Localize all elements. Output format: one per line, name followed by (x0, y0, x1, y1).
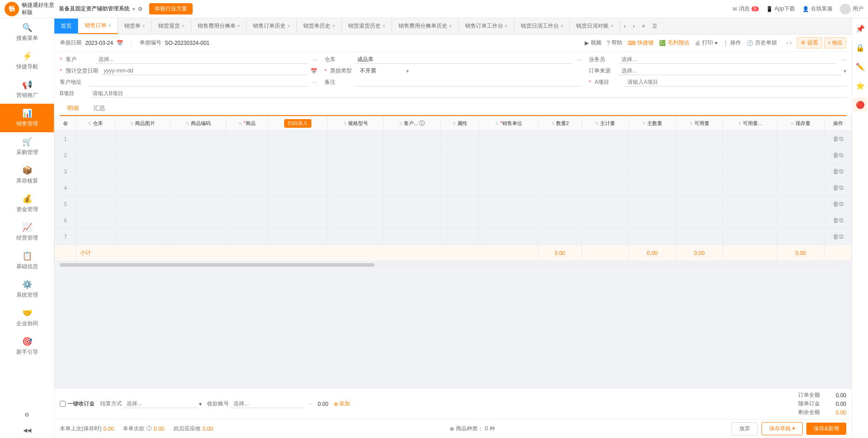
a-project-input[interactable] (625, 78, 846, 87)
tab-close-expense-split[interactable]: × (238, 24, 240, 29)
tab-close-sales-return[interactable]: × (182, 24, 184, 29)
tab-sales-return-history[interactable]: 销货退货历史 × (342, 19, 392, 34)
tab-close-sales-order[interactable]: × (108, 23, 111, 28)
receipt-more-btn[interactable]: ··· (308, 401, 312, 407)
calendar-icon[interactable]: 📅 (116, 40, 123, 46)
sidebar-item-finance[interactable]: 💰 资金管理 (0, 189, 54, 218)
salesperson-input[interactable] (619, 55, 837, 64)
message-icon-item[interactable]: ✉ 消息 9 (732, 5, 759, 13)
row-copy-btn[interactable]: ⧉ (839, 168, 844, 175)
th-main-unit[interactable]: ⇅ 主计量 (582, 116, 629, 131)
tab-close-return-history[interactable]: × (383, 24, 385, 29)
sidebar-item-inventory[interactable]: 📦 库存核算 (0, 161, 54, 189)
profit-btn[interactable]: 💹 毛利预估 (659, 39, 689, 47)
save-draft-button[interactable]: 保存草稿 ▾ (761, 422, 803, 435)
tab-close-order-workbench[interactable]: × (505, 24, 508, 29)
row-copy-btn[interactable]: ⧉ (839, 233, 844, 241)
sidebar-collapse-btn[interactable]: ◀◀ (0, 423, 54, 438)
row-copy-btn[interactable]: ⧉ (839, 135, 844, 143)
customer-address-input[interactable] (90, 78, 308, 87)
right-panel-lock-icon[interactable]: 🔒 (853, 41, 867, 54)
row-delete-btn[interactable]: 🗑 (833, 151, 839, 159)
address-more-btn[interactable]: ··· (313, 79, 317, 86)
tab-sales-expense-split[interactable]: 销售费用分摊单 × (191, 19, 247, 34)
nav-prev-btn[interactable]: ‹ (786, 40, 788, 46)
tab-close-order-history[interactable]: × (287, 24, 290, 29)
add-material-btn[interactable]: + 物流 (824, 37, 846, 48)
th-warehouse[interactable]: ⇅ 仓库 (76, 116, 115, 131)
scan-btn[interactable]: 扫码录入 (284, 119, 311, 128)
add-receipt-btn[interactable]: ⊕ 添加 (334, 400, 350, 408)
th-scan[interactable]: 扫码录入 (268, 116, 328, 131)
delivery-calendar-icon[interactable]: 📅 (310, 68, 317, 74)
tab-order-workbench[interactable]: 销售订单工作台 × (459, 19, 514, 34)
tab-cash-balance[interactable]: 钱货日清对账 × (570, 19, 620, 34)
operations-btn[interactable]: ⋮ 操作 (723, 39, 741, 47)
print-btn[interactable]: 🖨 打印 ▾ (695, 39, 718, 47)
settings-btn[interactable]: ⚙ 设置 (797, 37, 822, 48)
discard-button[interactable]: 放弃 (732, 422, 758, 435)
right-panel-edit-icon[interactable]: ✏️ (853, 60, 867, 73)
th-product-image[interactable]: ⇅ 商品图片 (115, 116, 170, 131)
tab-cash-daily[interactable]: 钱货日清工作台 × (514, 19, 570, 34)
warehouse-input[interactable] (354, 55, 573, 64)
title-dropdown-icon[interactable]: ▾ (132, 6, 135, 12)
user-item[interactable]: 用户 (840, 4, 863, 14)
th-available[interactable]: ⇅ 可用量 (676, 116, 723, 131)
th-attribute[interactable]: ⇅ 属性 (441, 116, 479, 131)
th-current-stock[interactable]: ⇅ 现存量 (777, 116, 824, 131)
customer-input[interactable] (96, 55, 308, 64)
row-copy-btn[interactable]: ⧉ (839, 217, 844, 224)
receipt-account-input[interactable] (231, 399, 304, 408)
tab-sales-invoice[interactable]: 销货单 × (118, 19, 152, 34)
sidebar-item-quick-nav[interactable]: ⚡ 快捷导航 (0, 47, 54, 75)
tab-detail[interactable]: 明细 (60, 101, 86, 116)
quick-order-checkbox[interactable] (60, 401, 66, 407)
remarks-input[interactable] (354, 78, 582, 87)
save-draft-dropdown-icon[interactable]: ▾ (792, 425, 795, 432)
th-product-code[interactable]: ⇅ 商品编码 (170, 116, 226, 131)
save-new-button[interactable]: 保存&新增 (806, 423, 846, 435)
delivery-date-input[interactable] (101, 67, 308, 75)
row-copy-btn[interactable]: ⧉ (839, 184, 844, 192)
order-source-dropdown[interactable]: ▾ (844, 68, 846, 74)
row-delete-btn[interactable]: 🗑 (833, 135, 839, 142)
tab-next-btn[interactable]: › (629, 21, 638, 31)
payment-dropdown-icon[interactable]: ▾ (199, 401, 202, 407)
horizontal-scrollbar[interactable] (60, 263, 846, 267)
row-delete-btn[interactable]: 🗑 (833, 233, 839, 240)
industry-button[interactable]: 体验行业方案 (149, 3, 193, 14)
th-qty2[interactable]: ⇅ 数量2 (538, 116, 582, 131)
row-delete-btn[interactable]: 🗑 (833, 168, 839, 175)
th-product[interactable]: ⇅ *商品 (226, 116, 268, 131)
tab-summary[interactable]: 汇总 (86, 101, 112, 115)
th-settings[interactable]: ⚙ (55, 116, 77, 131)
tab-close-cash-balance[interactable]: × (611, 24, 613, 29)
customer-more-btn[interactable]: ··· (313, 57, 317, 63)
b-project-input[interactable] (90, 89, 846, 98)
row-copy-btn[interactable]: ⧉ (839, 151, 844, 159)
tab-close-expense-history[interactable]: × (449, 24, 452, 29)
th-spec[interactable]: ⇅ 规格型号 (328, 116, 383, 131)
sidebar-item-base-info[interactable]: 📋 基础信息 (0, 246, 54, 275)
table-container[interactable]: ⚙ ⇅ 仓库 ⇅ 商品图片 ⇅ 商品编码 ⇅ *商品 扫码录入 ⇅ 规格型号 ⇅… (54, 116, 852, 388)
right-panel-alert-icon[interactable]: 🔴 (853, 98, 867, 111)
row-copy-btn[interactable]: ⧉ (839, 200, 844, 208)
sidebar-item-enterprise[interactable]: 🤝 企业协同 (0, 303, 54, 332)
payment-method-input[interactable] (124, 399, 197, 408)
sidebar-settings-btn[interactable]: ⚙ (0, 407, 54, 423)
right-panel-pin-icon[interactable]: 📌 (853, 22, 867, 35)
history-btn[interactable]: 🕐 历史单据 (747, 39, 777, 47)
tab-sales-order[interactable]: 销售订单 × (78, 18, 118, 34)
tab-prev-btn[interactable]: ‹ (620, 21, 629, 31)
tab-expense-history[interactable]: 销售费用分摊单历史 × (392, 19, 459, 34)
th-available2[interactable]: ⇅ 可用量... (723, 116, 777, 131)
sidebar-item-operations[interactable]: 📈 经营管理 (0, 218, 54, 246)
tab-close-all-btn[interactable]: × (638, 21, 649, 31)
row-delete-btn[interactable]: 🗑 (833, 184, 839, 191)
sidebar-item-purchase[interactable]: 🛒 采购管理 (0, 132, 54, 161)
tab-menu-btn[interactable]: ☰ (649, 21, 661, 31)
sidebar-item-guide[interactable]: 🎯 新手引导 (0, 332, 54, 361)
sidebar-item-sales[interactable]: 📊 销售管理 (0, 104, 54, 132)
settings-icon[interactable]: ⚙ (138, 6, 143, 12)
